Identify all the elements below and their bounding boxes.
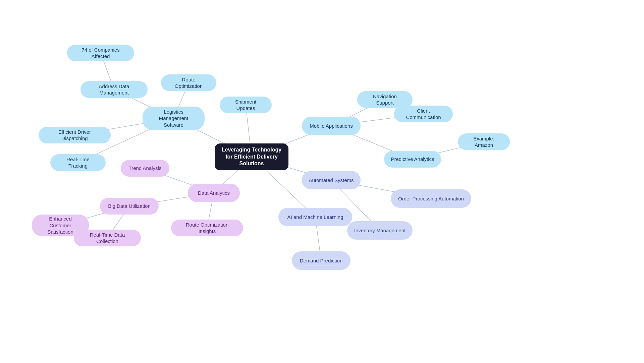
node-automated: Automated Systems <box>302 171 361 189</box>
node-client: Client Communication <box>394 106 453 122</box>
node-route_insights: Route Optimization Insights <box>171 220 243 236</box>
node-driver: Efficient Driver Dispatching <box>39 127 111 143</box>
node-shipment: Shipment Updates <box>220 97 272 113</box>
node-ai_ml: AI and Machine Learning <box>278 208 352 226</box>
node-predictive: Predictive Analytics <box>384 151 441 168</box>
node-realtime_data: Real-Time Data Collection <box>74 230 141 246</box>
node-route_opt: Route Optimization <box>161 74 216 91</box>
node-logistics: Logistics Management Software <box>143 107 205 130</box>
node-order: Order Processing Automation <box>391 189 471 208</box>
node-data_analytics: Data Analytics <box>188 184 240 202</box>
node-big_data: Big Data Utilization <box>100 198 159 215</box>
node-companies: 74 of Companies Affected <box>67 45 134 61</box>
node-inventory: Inventory Management <box>347 221 413 240</box>
node-demand: Demand Prediction <box>292 251 351 270</box>
node-amazon: Example: Amazon <box>458 133 510 150</box>
node-mobile: Mobile Applications <box>302 117 361 135</box>
node-address: Address Data Management <box>80 81 148 98</box>
node-trend: Trend Analysis <box>121 160 169 177</box>
node-tracking: Real-Time Tracking <box>50 154 106 171</box>
center-node: Leveraging Technology for Efficient Deli… <box>215 143 288 170</box>
